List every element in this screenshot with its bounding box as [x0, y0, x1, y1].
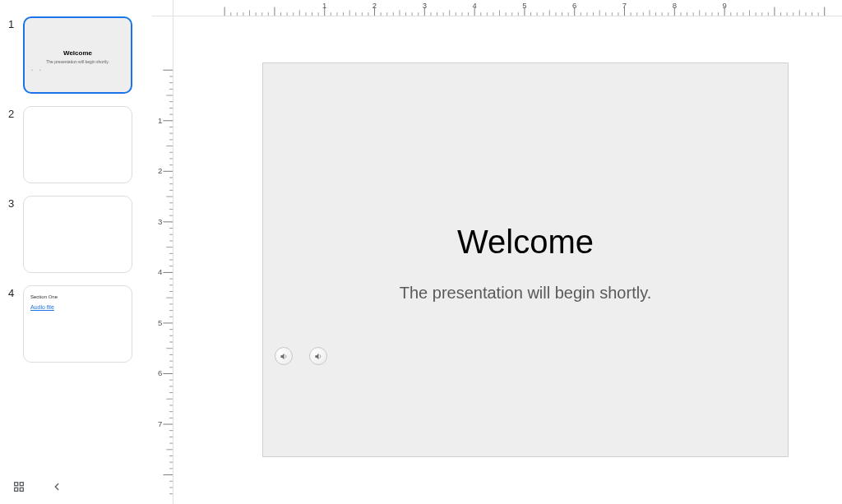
thumb-section-heading: Section One [30, 294, 58, 299]
svg-rect-2 [15, 488, 18, 491]
thumb-audio-link: Audio file [30, 304, 54, 310]
svg-text:9: 9 [722, 1, 726, 10]
slide-subtitle-text[interactable]: The presentation will begin shortly. [263, 284, 788, 303]
svg-text:3: 3 [423, 1, 427, 10]
canvas-area: 123456789 1234567 Welcome The presentati… [152, 0, 842, 504]
collapse-panel-button[interactable] [49, 479, 64, 494]
svg-text:5: 5 [158, 318, 162, 327]
svg-text:3: 3 [158, 217, 162, 226]
horizontal-ruler[interactable]: 123456789 [173, 0, 842, 16]
thumb-number: 4 [8, 285, 23, 299]
thumb-row-3: 3 [8, 196, 144, 273]
audio-object-2[interactable] [309, 347, 327, 365]
vertical-ruler[interactable]: 1234567 [152, 16, 173, 504]
svg-rect-1 [20, 483, 23, 486]
current-slide[interactable]: Welcome The presentation will begin shor… [262, 62, 789, 457]
grid-view-button[interactable] [12, 479, 26, 494]
thumb-row-2: 2 [8, 106, 144, 183]
svg-text:4: 4 [158, 267, 163, 276]
svg-text:4: 4 [472, 1, 476, 10]
svg-text:7: 7 [158, 419, 162, 428]
svg-text:1: 1 [322, 1, 326, 10]
ruler-corner [152, 0, 173, 16]
slide-stage[interactable]: Welcome The presentation will begin shor… [173, 16, 842, 504]
slide-thumbnail-4[interactable]: Section One Audio file [23, 285, 132, 363]
svg-text:2: 2 [158, 166, 162, 175]
app-root: 1 Welcome The presentation will begin sh… [0, 0, 842, 504]
panel-footer [12, 479, 64, 494]
thumb-subtitle: The presentation will begin shortly. [25, 59, 131, 64]
slide-thumbnail-3[interactable] [23, 196, 132, 273]
svg-text:2: 2 [372, 1, 377, 10]
svg-text:6: 6 [572, 1, 576, 10]
thumb-number: 2 [8, 106, 23, 120]
thumb-title: Welcome [25, 49, 131, 57]
audio-object-1[interactable] [275, 347, 293, 365]
thumb-number: 1 [8, 16, 23, 30]
thumb-row-1: 1 Welcome The presentation will begin sh… [8, 16, 144, 94]
svg-text:5: 5 [522, 1, 526, 10]
thumb-number: 3 [8, 196, 23, 210]
svg-text:1: 1 [158, 116, 162, 125]
slide-panel: 1 Welcome The presentation will begin sh… [0, 0, 152, 504]
slide-thumbnail-1[interactable]: Welcome The presentation will begin shor… [23, 16, 132, 94]
svg-text:7: 7 [622, 1, 627, 10]
svg-text:6: 6 [158, 368, 162, 377]
svg-rect-3 [20, 488, 23, 491]
slide-thumbnail-2[interactable] [23, 106, 132, 183]
svg-rect-0 [15, 483, 18, 486]
svg-text:8: 8 [673, 1, 677, 10]
thumb-audio-dots: • • [31, 67, 44, 72]
thumb-row-4: 4 Section One Audio file [8, 285, 144, 363]
slide-title-text[interactable]: Welcome [263, 224, 788, 261]
